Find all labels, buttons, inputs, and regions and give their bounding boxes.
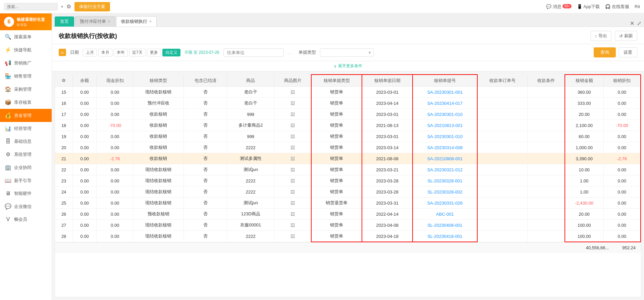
cell-amount: 100.00	[565, 231, 603, 242]
date-btn-7days[interactable]: 近7天	[129, 49, 146, 56]
partner-input[interactable]	[223, 48, 284, 57]
cell-cash-discount: 0.00	[97, 164, 133, 175]
tab-home[interactable]: 首页	[55, 16, 74, 27]
bill-no-link[interactable]: SA-20210813-001	[427, 123, 463, 128]
bill-no-link[interactable]: ABC-001	[436, 212, 454, 217]
th-cash-discount: 现金折扣	[97, 75, 133, 87]
cell-bill-type: 销货单	[311, 164, 362, 175]
settings-icon[interactable]: ⚙	[66, 3, 71, 10]
bill-no-link[interactable]: SA-20230301-001	[427, 90, 463, 95]
cell-discount: 0.00	[603, 142, 641, 153]
content-area: 首页 预付冲应付单 × 收款核销执行 × ✕ ⤢ 收款核销执行(按收款) ↑	[52, 13, 644, 300]
sidebar-item-system[interactable]: ⚙ 系统管理	[0, 148, 52, 161]
bill-no-link[interactable]: SA-20230321-012	[427, 167, 463, 172]
table-row: 25 0.00 0.00 现结收款核销 否 测试jun 🖼 销货退货单 2023…	[55, 198, 641, 209]
cell-bill-date: 2023-03-01	[362, 131, 413, 142]
industry-btn[interactable]: 体验行业方案	[74, 2, 110, 11]
app-download-btn[interactable]: 📱 App下载	[577, 4, 600, 10]
sidebar-item-business[interactable]: 📊 经营管理	[0, 122, 52, 135]
bill-no-link[interactable]: SA-20230301-010	[427, 112, 463, 117]
cell-settled: 否	[183, 109, 227, 120]
cell-bill-date: 2023-04-18	[362, 231, 413, 242]
cell-payment-cond	[528, 186, 565, 198]
cell-payment-cond	[528, 164, 565, 175]
sidebar-item-wechat[interactable]: 💬 企业微信	[0, 200, 52, 213]
cell-amount: 10.00	[565, 164, 603, 175]
bill-no-link[interactable]: SL-20230328-001	[427, 178, 462, 183]
cell-discount: 0.00	[603, 209, 641, 220]
bill-no-link[interactable]: SA-20230314-008	[427, 145, 463, 150]
cell-goods-img: 🖼	[274, 120, 312, 131]
cell-settled: 否	[183, 186, 227, 198]
tab-prepay-close[interactable]: ×	[108, 19, 110, 24]
cell-amount: 1.00	[565, 186, 603, 198]
sidebar-item-quick[interactable]: ⚡ 快捷导航	[0, 43, 52, 56]
cell-bill-date: 2023-03-28	[362, 186, 413, 198]
tab-receipts[interactable]: 收款核销执行 ×	[116, 16, 157, 27]
sidebar-label-member: 畅会员	[14, 216, 27, 222]
sidebar-item-purchase[interactable]: 🏠 采购管理	[0, 83, 52, 96]
cell-balance: 0.00	[73, 142, 97, 153]
cell-bill-type: 销货单	[311, 98, 362, 109]
sidebar-item-sales[interactable]: 🏪 销售管理	[0, 70, 52, 83]
page-header: 收款核销执行(按收款) ↑ 导出 ↺ 刷新	[52, 27, 644, 44]
business-icon: 📊	[5, 125, 11, 132]
cell-bill-no: SL-20230328-001	[413, 175, 477, 186]
bill-no-link[interactable]: SA-20210808-001	[427, 156, 463, 161]
cell-discount: 0.00	[603, 175, 641, 186]
cell-bill-no: SA-20230301-010	[413, 109, 477, 120]
sidebar-item-basic[interactable]: 🗄 基础信息	[0, 135, 52, 148]
cell-discount: 0.00	[603, 87, 641, 98]
bill-no-link[interactable]: SA-20230414-017	[427, 101, 463, 106]
cell-goods: 2222	[227, 142, 274, 153]
online-service-btn[interactable]: 🎧 在线客服	[605, 4, 629, 10]
table-footer: 40,556,66... 952.24	[55, 242, 641, 253]
filter-toggle-button[interactable]: »	[59, 49, 66, 56]
date-btn-this-year[interactable]: 本年	[114, 49, 128, 56]
notification-btn[interactable]: 💬 消息 99+	[546, 4, 572, 10]
sidebar-item-corp[interactable]: 🏢 企业协同	[0, 161, 52, 174]
th-order-no: 收款单订单号	[477, 75, 528, 87]
th-goods: 商品	[227, 75, 274, 87]
sidebar-item-search[interactable]: 🔍 搜索菜单	[0, 30, 52, 43]
bill-no-link[interactable]: SL-20230328-002	[427, 189, 462, 195]
date-btn-more[interactable]: 更多	[147, 49, 161, 56]
bill-type-select[interactable]	[320, 48, 374, 57]
cell-goods-img: 🖼	[274, 98, 312, 109]
top-bar: ▾ ⚙ 体验行业方案 💬 消息 99+ 📱 App下载 🎧 在线客服 Rit	[0, 0, 644, 13]
date-btn-this-month[interactable]: 本月	[98, 49, 112, 56]
date-btn-last-month[interactable]: 上月	[83, 49, 97, 56]
cell-cash-discount: 0.00	[97, 209, 133, 220]
cell-goods-img: 🖼	[274, 109, 312, 120]
cell-bill-date: 2022-04-14	[362, 209, 413, 220]
refresh-button[interactable]: ↺ 刷新	[615, 31, 637, 41]
bill-no-link[interactable]: SL-20230408-001	[427, 223, 462, 228]
tab-prepay[interactable]: 预付冲应付单 ×	[75, 16, 115, 27]
cell-no: 23	[55, 175, 73, 186]
cell-payment-cond	[528, 220, 565, 231]
cell-bill-no: SA-20230301-001	[413, 87, 477, 98]
tab-close-all-icon[interactable]: ✕	[630, 20, 634, 27]
sidebar-item-inventory[interactable]: 📦 库存核算	[0, 96, 52, 109]
bill-no-link[interactable]: SL-20230418-001	[427, 234, 462, 239]
cell-no: 17	[55, 109, 73, 120]
cell-goods: 2222	[227, 231, 274, 242]
sidebar-item-marketing[interactable]: 📢 营销推广	[0, 56, 52, 70]
filter-settings-button[interactable]: 设置	[619, 47, 637, 57]
tab-receipts-close[interactable]: ×	[149, 19, 152, 24]
table-row: 18 0.00 -70.00 收款核销 否 多计量商品2 🖼 销货单 2021-…	[55, 120, 641, 131]
export-button[interactable]: ↑ 导出	[591, 31, 612, 41]
query-button[interactable]: 查询	[594, 47, 616, 57]
bill-no-link[interactable]: SA-20230331-026	[427, 201, 463, 206]
search-icon: 🔍	[5, 34, 11, 40]
sidebar-item-fund[interactable]: 💰 资金管理	[0, 109, 52, 122]
sidebar-item-hardware[interactable]: 🖥 智能硬件	[0, 187, 52, 200]
top-search-input[interactable]	[4, 3, 58, 10]
date-btn-custom[interactable]: 自定义	[162, 49, 180, 56]
expand-more-bar[interactable]: ∨ 展开更多条件	[52, 61, 644, 71]
th-gear[interactable]: ⚙	[55, 75, 73, 87]
sidebar-item-member[interactable]: V 畅会员	[0, 213, 52, 226]
sidebar-item-guide[interactable]: 📖 新手引导	[0, 174, 52, 187]
bill-no-link[interactable]: SA-20230301-010	[427, 134, 463, 139]
tab-maximize-icon[interactable]: ⤢	[637, 20, 641, 27]
